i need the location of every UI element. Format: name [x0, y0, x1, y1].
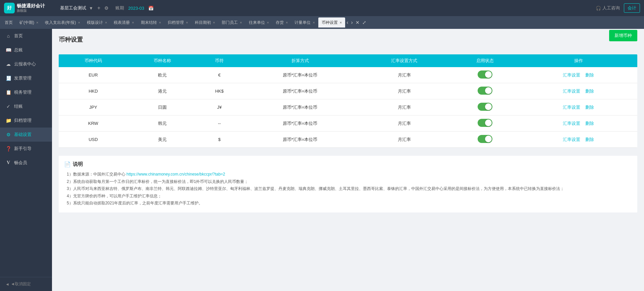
sidebar-basic-label: 基础设置 — [14, 132, 32, 138]
sidebar-report-label: 云报表中心 — [14, 61, 36, 67]
cell-symbol-hkd: HK$ — [197, 83, 242, 99]
tab-subject-close[interactable]: × — [213, 20, 215, 25]
delete-jpy[interactable]: 删除 — [585, 105, 594, 110]
sidebar-item-basic[interactable]: ⚙ 基础设置 — [0, 128, 52, 142]
rate-setting-hkd[interactable]: 汇率设置 — [563, 89, 580, 94]
collapse-icon: ◄ — [5, 282, 9, 287]
tab-period-end-close[interactable]: × — [159, 20, 161, 25]
tab-close-all[interactable]: ✕ — [354, 20, 361, 25]
table-row: KRW 韩元 -- 原币*汇率=本位币 月汇率 — [59, 115, 637, 132]
notes-title-text: 说明 — [73, 161, 83, 167]
rate-setting-krw[interactable]: 汇率设置 — [563, 121, 580, 126]
tab-partner-close[interactable]: × — [267, 20, 269, 25]
new-currency-button[interactable]: 新增币种 — [609, 30, 637, 41]
currency-table: 币种代码 币种名称 币符 折算方式 汇率设置方式 启用状态 操作 EUR 欧元 … — [59, 54, 637, 148]
workspace-dropdown-icon[interactable]: ▼ — [89, 6, 93, 11]
report-icon: ☁ — [5, 61, 11, 67]
tab-inventory[interactable]: 存货 × — [272, 17, 291, 28]
toggle-eur[interactable] — [478, 70, 492, 79]
cell-toggle-krw[interactable] — [450, 115, 520, 132]
toggle-thumb-usd — [485, 136, 492, 142]
home-icon: ⌂ — [5, 33, 11, 39]
tab-income-close[interactable]: × — [78, 20, 80, 25]
tab-tax-close[interactable]: × — [132, 20, 134, 25]
cell-toggle-jpy[interactable] — [450, 99, 520, 115]
sidebar-item-home[interactable]: ⌂ 首页 — [0, 29, 52, 43]
tab-currency[interactable]: 币种设置 × — [318, 17, 345, 28]
tab-archive-close[interactable]: × — [186, 20, 188, 25]
tab-dept[interactable]: 部门员工 × — [218, 17, 245, 28]
toggle-krw[interactable] — [478, 119, 492, 127]
workspace-settings-icon[interactable]: ⚙ — [104, 5, 109, 11]
tab-template[interactable]: 模版设计 × — [84, 17, 110, 28]
tab-bar: 首页 矿(中期) × 收入支出表(年报) × 模版设计 × 税表清册 × 期末结… — [0, 16, 644, 29]
toggle-track-usd — [478, 135, 492, 143]
tab-subject[interactable]: 科目期初 × — [192, 17, 218, 28]
tab-dept-label: 部门员工 — [222, 20, 238, 26]
tab-unit-close[interactable]: × — [313, 20, 315, 25]
account-button[interactable]: 会计 — [624, 3, 640, 13]
tab-unit[interactable]: 计量单位 × — [291, 17, 318, 28]
tab-home[interactable]: 首页 — [1, 17, 16, 28]
workspace-add-icon[interactable]: + — [97, 5, 100, 11]
toggle-thumb-eur — [485, 71, 492, 78]
toggle-usd[interactable] — [478, 135, 492, 143]
cell-name-hkd: 港元 — [128, 83, 197, 99]
tab-balance-close[interactable]: × — [36, 20, 38, 25]
cell-action-jpy: 汇率设置 删除 — [520, 99, 637, 115]
rate-setting-usd[interactable]: 汇率设置 — [563, 137, 580, 142]
toggle-jpy[interactable] — [478, 103, 492, 111]
delete-usd[interactable]: 删除 — [585, 137, 594, 142]
sidebar-item-report[interactable]: ☁ 云报表中心 — [0, 57, 52, 71]
tab-unit-label: 计量单位 — [294, 20, 311, 26]
tab-nav-right[interactable]: › — [350, 19, 354, 26]
calendar-icon[interactable]: 📅 — [148, 6, 154, 11]
toggle-thumb-hkd — [485, 87, 492, 94]
top-right: 🎧 人工咨询 会计 — [596, 3, 640, 13]
sidebar-item-tax[interactable]: 📋 税务管理 — [0, 85, 52, 99]
tax-icon: 📋 — [5, 89, 11, 95]
tab-expand[interactable]: ⤢ — [361, 20, 368, 25]
sidebar-item-invoice[interactable]: 🧾 发票管理 — [0, 71, 52, 85]
sidebar-settle-label: 结账 — [14, 103, 23, 109]
sidebar: ⌂ 首页 📖 总账 ☁ 云报表中心 🧾 发票管理 📋 税务管理 ✓ 结账 📁 归… — [0, 29, 52, 291]
toggle-hkd[interactable] — [478, 87, 492, 95]
sidebar-item-member[interactable]: V 畅会员 — [0, 156, 52, 170]
delete-eur[interactable]: 删除 — [585, 72, 594, 78]
table-row: JPY 日圆 J¥ 原币*汇率=本位币 月汇率 — [59, 99, 637, 115]
table-header: 币种代码 币种名称 币符 折算方式 汇率设置方式 启用状态 操作 — [59, 54, 637, 67]
cell-toggle-eur[interactable] — [450, 67, 520, 83]
tab-tax[interactable]: 税表清册 × — [110, 17, 137, 28]
rate-setting-jpy[interactable]: 汇率设置 — [563, 105, 580, 110]
notes-link[interactable]: https://www.chinamoney.com.cn/chinese/bk… — [126, 172, 225, 177]
period-value[interactable]: 2023-03 — [128, 6, 144, 11]
sidebar-item-guide[interactable]: ❓ 新手引导 — [0, 142, 52, 156]
tab-currency-close[interactable]: × — [340, 20, 342, 25]
tab-partner[interactable]: 往来单位 × — [246, 17, 272, 28]
tab-nav-left[interactable]: ‹ — [345, 19, 350, 26]
tab-partner-label: 往来单位 — [249, 20, 265, 26]
tab-inventory-close[interactable]: × — [286, 20, 288, 25]
content-header: 币种设置 新增币种 — [59, 36, 637, 49]
tab-template-close[interactable]: × — [105, 20, 107, 25]
col-name: 币种名称 — [128, 54, 197, 67]
notes-icon: 📄 — [64, 161, 71, 167]
cell-toggle-usd[interactable] — [450, 132, 520, 148]
tab-income[interactable]: 收入支出表(年报) × — [42, 17, 83, 28]
tab-balance[interactable]: 矿(中期) × — [16, 17, 42, 28]
delete-hkd[interactable]: 删除 — [585, 89, 594, 94]
cell-action-hkd: 汇率设置 删除 — [520, 83, 637, 99]
tab-period-end[interactable]: 期末结转 × — [138, 17, 164, 28]
sidebar-item-settle[interactable]: ✓ 结账 — [0, 99, 52, 113]
cell-calc-eur: 原币*汇率=本位币 — [242, 67, 358, 83]
sidebar-item-archive[interactable]: 📁 归档管理 — [0, 113, 52, 128]
tab-archive[interactable]: 归档管理 × — [164, 17, 191, 28]
help-button[interactable]: 🎧 人工咨询 — [596, 5, 620, 11]
cell-toggle-hkd[interactable] — [450, 83, 520, 99]
sidebar-item-ledger[interactable]: 📖 总账 — [0, 43, 52, 57]
delete-krw[interactable]: 删除 — [585, 121, 594, 126]
tab-dept-close[interactable]: × — [240, 20, 242, 25]
logo-sub: 旗舰版 — [17, 8, 45, 13]
sidebar-collapse[interactable]: ◄ ◄取消固定 — [0, 277, 52, 291]
rate-setting-eur[interactable]: 汇率设置 — [563, 72, 580, 78]
